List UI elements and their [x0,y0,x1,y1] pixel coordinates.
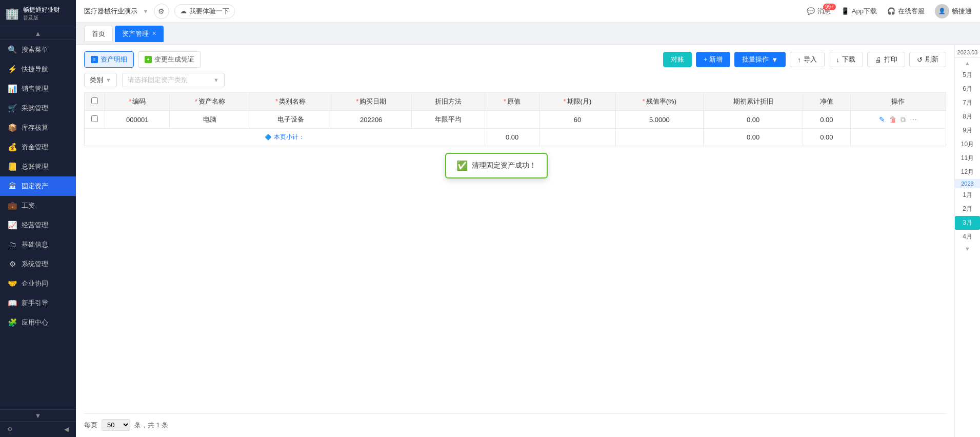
fixed-icon: 🏛 [7,182,17,190]
subtab-asset-detail[interactable]: ≡ 资产明细 [84,51,134,68]
cal-scroll-up[interactable]: ▲ [955,58,980,68]
sidebar-scroll-down[interactable]: ▼ [34,412,42,419]
topbar: 医疗器械行业演示 ▼ ⚙ ☁ 我要体验一下 💬 消息 99+ 📱 App下载 🎧… [76,0,980,23]
category-filter[interactable]: 类别 ▼ [84,73,117,87]
sidebar-label-ops: 经营管理 [22,221,48,230]
asset-table: *编码 *资产名称 *类别名称 *购买日期 折旧方法 *原值 *期限(月) *残… [84,92,946,146]
sidebar-item-corp[interactable]: 🤝 企业协同 [0,274,76,293]
select-all-checkbox[interactable] [91,97,98,104]
salary-icon: 💼 [7,201,17,210]
category-placeholder: 请选择固定资产类别 [128,75,188,85]
sidebar-item-search[interactable]: 🔍 搜索菜单 [0,40,76,59]
tab-close-icon[interactable]: ✕ [152,30,156,37]
cal-month-1[interactable]: 1月 [955,188,980,202]
select-chevron: ▼ [213,77,219,83]
user-area[interactable]: 👤 畅捷通 [935,4,972,18]
sidebar-item-finance[interactable]: 💰 资金管理 [0,137,76,157]
cal-scroll-down[interactable]: ▼ [955,244,980,254]
import-btn[interactable]: ↑ 导入 [790,52,825,67]
logo-sub: 普及版 [23,14,60,22]
print-btn[interactable]: 🖨 打印 [867,52,905,67]
toast-message: 清理固定资产成功！ [472,161,536,170]
sidebar-scroll-up[interactable]: ▲ [34,30,42,37]
sidebar-bottom: ⚙ ◀ [0,421,76,437]
row-select-checkbox[interactable] [91,115,98,122]
th-name: *资产名称 [170,93,250,111]
th-accum-label: 期初累计折旧 [733,97,773,105]
batch-btn[interactable]: 批量操作 ▼ [734,52,786,67]
service-btn[interactable]: 🎧 在线客服 [887,7,925,16]
sidebar-item-basic[interactable]: 🗂 基础信息 [0,235,76,254]
cal-year-2023: 2023 [955,179,980,188]
subtab-voucher-gen[interactable]: ✦ 变更生成凭证 [138,51,201,68]
company-name: 医疗器械行业演示 [84,7,137,16]
sidebar-label-appstore: 应用中心 [22,318,48,327]
row-checkbox [85,111,105,129]
category-select[interactable]: 请选择固定资产类别 ▼ [122,73,225,87]
cal-month-8[interactable]: 8月 [955,110,980,124]
print-icon: 🖨 [875,56,882,64]
experience-label: 我要体验一下 [189,7,229,16]
sidebar-item-quicknav[interactable]: ⚡ 快捷导航 [0,59,76,79]
subtotal-empty2 [615,129,703,146]
cal-month-10[interactable]: 10月 [955,137,980,151]
settings-btn[interactable]: ⚙ [154,4,169,19]
download-btn[interactable]: 📱 App下载 [841,7,877,16]
edit-icon[interactable]: ✎ [879,115,885,124]
tab-home-label: 首页 [92,29,105,38]
cal-month-5[interactable]: 5月 [955,68,980,82]
th-period: *期限(月) [539,93,616,111]
per-page-select[interactable]: 20 50 100 [102,419,130,431]
asset-detail-icon: ≡ [91,56,98,63]
sidebar-item-system[interactable]: ⚙ 系统管理 [0,254,76,274]
sidebar-item-fixed[interactable]: 🏛 固定资产 [0,176,76,196]
tab-home[interactable]: 首页 [84,26,113,42]
cal-month-4[interactable]: 4月 [955,230,980,244]
cal-month-9[interactable]: 9月 [955,124,980,137]
refresh-btn[interactable]: ↺ 刷新 [909,52,946,67]
copy-icon[interactable]: ⧉ [901,115,906,124]
sidebar-item-sales[interactable]: 📊 销售管理 [0,79,76,98]
th-actions-label: 操作 [891,97,905,105]
sidebar-item-newbie[interactable]: 📖 新手引导 [0,293,76,313]
more-icon[interactable]: ⋯ [910,115,917,124]
cal-month-6[interactable]: 6月 [955,82,980,96]
sales-icon: 📊 [7,84,17,93]
cal-month-3-active[interactable]: 3月 [955,216,980,230]
subtotal-text: 本页小计： [274,133,305,141]
sidebar-item-ledger[interactable]: 📒 总账管理 [0,157,76,176]
cloud-icon: ☁ [180,7,187,15]
avatar: 👤 [935,4,949,18]
sidebar-item-ops[interactable]: 📈 经营管理 [0,215,76,235]
sidebar-item-salary[interactable]: 💼 工资 [0,196,76,215]
cal-month-2[interactable]: 2月 [955,202,980,216]
download-label: App下载 [852,7,877,16]
download-btn[interactable]: ↓ 下载 [829,52,864,67]
th-actions: 操作 [850,93,946,111]
delete-icon[interactable]: 🗑 [889,115,896,124]
collapse-icon[interactable]: ◀ [64,426,69,433]
messages-btn[interactable]: 💬 消息 99+ [807,7,831,16]
sidebar-item-inventory[interactable]: 📦 库存核算 [0,118,76,137]
download-icon: ↓ [836,56,840,64]
batch-dropdown-icon: ▼ [771,56,778,64]
message-icon: 💬 [807,7,815,15]
sidebar-label-purchase: 采购管理 [22,104,48,113]
main-area: 医疗器械行业演示 ▼ ⚙ ☁ 我要体验一下 💬 消息 99+ 📱 App下载 🎧… [76,0,980,437]
toolbar-right: 对账 + 新增 批量操作 ▼ ↑ 导入 ↓ 下载 [663,52,946,67]
row-actions: ✎ 🗑 ⧉ ⋯ [850,111,946,129]
th-net-value: 净值 [803,93,850,111]
dropdown-icon[interactable]: ▼ [143,8,149,15]
new-btn[interactable]: + 新增 [696,52,730,67]
experience-btn[interactable]: ☁ 我要体验一下 [174,4,235,18]
cal-month-11[interactable]: 11月 [955,151,980,165]
settings-icon[interactable]: ⚙ [7,426,13,433]
cal-month-7[interactable]: 7月 [955,96,980,110]
row-accum-depr: 0.00 [703,111,803,129]
tab-asset-mgmt[interactable]: 资产管理 ✕ [115,26,164,42]
account-btn[interactable]: 对账 [663,52,692,67]
sidebar-item-appstore[interactable]: 🧩 应用中心 [0,313,76,332]
cal-month-12[interactable]: 12月 [955,165,980,179]
th-depreciation: 折旧方法 [411,93,485,111]
sidebar-item-purchase[interactable]: 🛒 采购管理 [0,98,76,118]
